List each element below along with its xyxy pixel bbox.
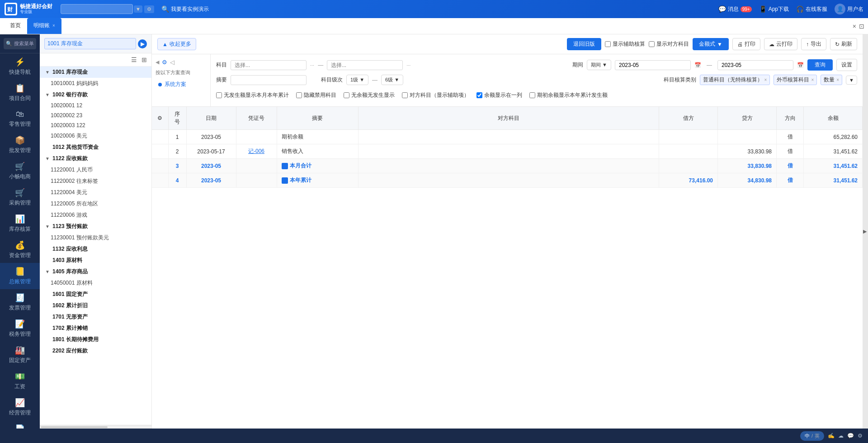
checkbox-no-occur[interactable]: 无发生额显示本月本年累计 <box>216 91 289 99</box>
period-end-input[interactable] <box>717 60 793 70</box>
tag-qty-close[interactable]: × <box>836 77 839 82</box>
tree-item-11220004[interactable]: 11220004 美元 <box>40 187 151 198</box>
checkbox-counterpart[interactable]: 对方科目（显示辅助项） <box>402 91 469 99</box>
sidebar-item-inventory[interactable]: 📊 库存核算 <box>0 210 40 237</box>
tag-normal-close[interactable]: × <box>764 77 767 82</box>
sidebar-item-fixed[interactable]: 🏭 固定资产 <box>0 342 40 368</box>
filter-collapse-btn[interactable]: ◁ <box>170 59 175 66</box>
level-end-btn[interactable]: 6级 ▼ <box>381 75 403 85</box>
user-btn[interactable]: 👤 用户名 <box>835 4 863 14</box>
refresh-btn[interactable]: ↻ 刷新 <box>830 38 857 50</box>
window-close-btn[interactable]: × <box>853 23 856 30</box>
sidebar-item-retail[interactable]: 🛍 零售管理 <box>0 106 40 132</box>
settings-btn[interactable]: 设置 <box>836 59 857 71</box>
bottom-settings-btn[interactable]: ⚙ <box>858 433 863 439</box>
tree-item-2202[interactable]: 2202 应付账款 <box>40 345 151 357</box>
show-counterpart-checkbox[interactable] <box>649 41 655 47</box>
scheme-item-default[interactable]: 系统方案 <box>156 79 207 90</box>
amount-style-btn[interactable]: 金额式 ▼ <box>693 38 729 50</box>
sidebar-item-tax[interactable]: 📝 税务管理 <box>0 315 40 342</box>
tree-item-10010001[interactable]: 10010001 妈妈妈妈 <box>40 78 151 89</box>
period-end-calendar-btn[interactable]: 📅 <box>797 62 804 68</box>
show-aux-checkbox-label[interactable]: 显示辅助核算 <box>605 40 645 48</box>
tree-item-1602[interactable]: 1602 累计折旧 <box>40 300 151 311</box>
tree-item-1701[interactable]: 1701 无形资产 <box>40 311 151 323</box>
tree-item-10020006[interactable]: 10020006 美元 <box>40 130 151 142</box>
sidebar-item-project[interactable]: 📋 项目合同 <box>0 80 40 106</box>
balance-one-col-checkbox[interactable] <box>476 92 482 98</box>
checkbox-balance-one-col[interactable]: 余额显示在一列 <box>476 91 522 99</box>
tree-item-14050001[interactable]: 14050001 原材料 <box>40 277 151 289</box>
sidebar-item-report[interactable]: 📄 小畅报销 <box>0 420 40 429</box>
show-counterpart-checkbox-label[interactable]: 显示对方科目 <box>649 40 689 48</box>
tree-navigate-btn[interactable]: ▶ <box>138 39 147 48</box>
subject-end-input[interactable] <box>327 60 403 70</box>
hide-disabled-checkbox[interactable] <box>296 92 302 98</box>
counterpart-checkbox[interactable] <box>402 92 408 98</box>
tree-item-10020001[interactable]: 10020001 12 <box>40 100 151 110</box>
query-btn[interactable]: 查询 <box>807 59 833 71</box>
tab-home[interactable]: 首页 <box>4 18 27 34</box>
filter-icon-btn[interactable]: ⚙ <box>162 59 167 66</box>
app-download-btn[interactable]: 📱 App下载 <box>759 5 789 13</box>
back-old-version-btn[interactable]: 退回旧版 <box>567 38 601 50</box>
bottom-feedback-btn[interactable]: ✍ <box>828 433 835 439</box>
online-service-btn[interactable]: 🎧 在线客服 <box>796 5 827 13</box>
bottom-cloud-btn[interactable]: ☁ <box>838 433 844 439</box>
print-btn[interactable]: 🖨 打印 <box>732 38 760 50</box>
level-start-btn[interactable]: 1级 ▼ <box>346 75 368 85</box>
tree-expand-btn[interactable]: ⊞ <box>141 55 148 64</box>
tree-item-1002[interactable]: ▼ 1002 银行存款 <box>40 89 151 100</box>
message-btn[interactable]: 💬 消息 99+ <box>718 5 752 13</box>
sidebar-search-btn[interactable]: 🔍 搜索菜单 <box>4 38 36 49</box>
tree-item-1403[interactable]: 1403 原材料 <box>40 255 151 266</box>
tree-scrollbar[interactable] <box>40 425 151 429</box>
settings-gear-btn[interactable]: ⚙ <box>144 5 154 13</box>
col-settings[interactable]: ⚙ <box>152 107 168 130</box>
period-start-input[interactable] <box>615 60 691 70</box>
summary-filter-input[interactable] <box>231 75 307 85</box>
sidebar-item-general[interactable]: 📒 总账管理 <box>0 263 40 289</box>
checkbox-begin-balance[interactable]: 期初余额显示本年累计发生额 <box>529 91 608 99</box>
tree-item-1001[interactable]: ▼ 1001 库存现金 <box>40 67 151 78</box>
tree-item-1122[interactable]: ▼ 1122 应收账款 <box>40 153 151 164</box>
tab-detail-close[interactable]: × <box>52 23 55 28</box>
table-settings-icon[interactable]: ⚙ <box>157 115 162 121</box>
sidebar-item-payroll[interactable]: 💵 工资 <box>0 368 40 394</box>
sidebar-item-operations[interactable]: 📈 经营管理 <box>0 394 40 420</box>
tab-detail[interactable]: 明细账 × <box>27 18 61 34</box>
tree-list-view-btn[interactable]: ☰ <box>130 55 138 64</box>
tree-item-11220001[interactable]: 11220001 人民币 <box>40 164 151 176</box>
top-search-input[interactable] <box>61 4 133 14</box>
tree-item-11220005[interactable]: 11220005 所在地区 <box>40 198 151 210</box>
tree-item-11230001[interactable]: 11230001 预付账款美元 <box>40 232 151 243</box>
period-type-btn[interactable]: 期间 ▼ <box>587 60 611 70</box>
window-fullscreen-btn[interactable]: ⊡ <box>859 23 864 30</box>
account-selected-display[interactable]: 1001 库存现金 <box>44 38 136 49</box>
sidebar-item-quick[interactable]: ⚡ 快捷导航 <box>0 53 40 80</box>
period-start-calendar-btn[interactable]: 📅 <box>694 62 701 68</box>
tree-item-1405[interactable]: ▼ 1405 库存商品 <box>40 266 151 277</box>
subject-start-input[interactable] <box>231 60 307 70</box>
tree-item-11220002[interactable]: 11220002 往来标签 <box>40 176 151 187</box>
tree-item-10020002[interactable]: 10020002 23 <box>40 110 151 120</box>
sidebar-item-wholesale[interactable]: 📦 批发管理 <box>0 132 40 158</box>
tree-item-11220006[interactable]: 11220006 游戏 <box>40 210 151 221</box>
show-aux-checkbox[interactable] <box>605 41 611 47</box>
search-dropdown-btn[interactable]: ▼ <box>134 5 142 13</box>
sidebar-item-ecommerce[interactable]: 🛒 小畅电商 <box>0 158 40 184</box>
tree-item-1801[interactable]: 1801 长期待摊费用 <box>40 334 151 345</box>
tree-item-10020003[interactable]: 10020003 122 <box>40 120 151 130</box>
begin-balance-checkbox[interactable] <box>529 92 535 98</box>
demo-link[interactable]: 🔍 我要看实例演示 <box>161 5 209 13</box>
tree-item-1702[interactable]: 1702 累计摊销 <box>40 323 151 334</box>
sidebar-item-purchase[interactable]: 🛒 采购管理 <box>0 184 40 210</box>
no-balance-checkbox[interactable] <box>344 92 349 98</box>
cloud-print-btn[interactable]: ☁ 云打印 <box>764 38 797 50</box>
lang-switcher-area[interactable]: 中 / 英 <box>800 431 824 441</box>
sidebar-item-capital[interactable]: 💰 资金管理 <box>0 237 40 263</box>
right-collapse-panel[interactable]: ▶ <box>863 34 868 429</box>
tree-item-1132[interactable]: 1132 应收利息 <box>40 243 151 255</box>
bottom-chat-btn[interactable]: 💬 <box>847 433 854 439</box>
export-btn[interactable]: ↑ 导出 <box>801 38 826 50</box>
